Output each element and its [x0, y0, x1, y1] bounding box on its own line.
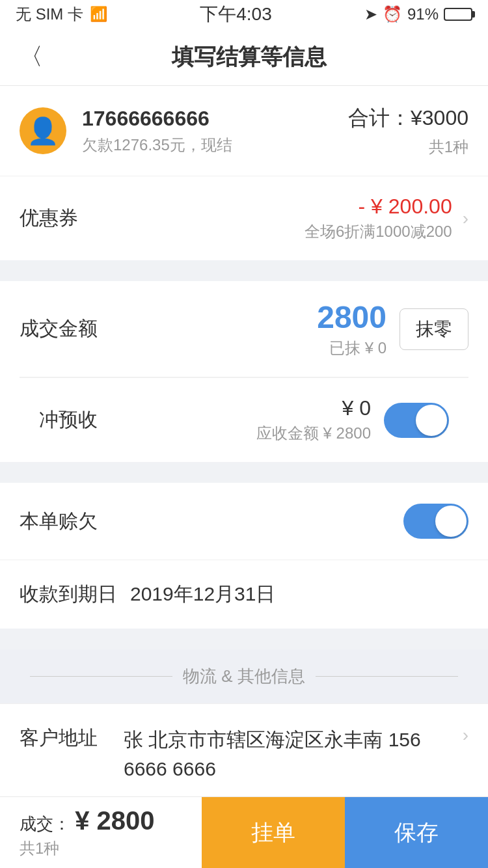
due-date-label: 收款到期日	[20, 581, 117, 608]
address-row[interactable]: 客户地址 张 北京市市辖区海淀区永丰南 156 6666 6666 ›	[0, 703, 488, 804]
status-left: 无 SIM 卡 📶	[16, 4, 107, 25]
deal-amount-value: 2800	[124, 299, 386, 335]
page-title: 填写结算等信息	[56, 42, 442, 72]
content-area: 👤 17666666666 欠款1276.35元，现结 合计：¥3000 共1种…	[0, 86, 488, 868]
battery-percent: 91%	[407, 5, 439, 23]
divider-1	[0, 271, 488, 281]
save-button-label: 保存	[394, 818, 439, 848]
chong-sub: 应收金额 ¥ 2800	[256, 423, 371, 444]
bottom-bar: 成交： ¥ 2800 共1种 挂单 保存	[0, 796, 488, 868]
chong-row: 冲预收 ¥ 0 应收金额 ¥ 2800	[20, 377, 468, 462]
customer-phone: 17666666666	[82, 107, 348, 131]
deal-amount-note: 已抹 ¥ 0	[124, 338, 386, 359]
bottom-count: 共1种	[20, 838, 182, 859]
coupon-amount: - ¥ 200.00	[359, 195, 452, 219]
due-date-row: 收款到期日 2019年12月31日	[0, 560, 488, 629]
coupon-right: - ¥ 200.00 全场6折满1000减200	[78, 195, 452, 242]
chong-amount: ¥ 0	[342, 396, 371, 420]
debt-label: 本单赊欠	[20, 508, 403, 535]
chong-label: 冲预收	[39, 407, 98, 433]
hang-button-label: 挂单	[251, 818, 295, 848]
coupon-desc: 全场6折满1000减200	[305, 221, 452, 242]
toggle-thumb	[416, 405, 447, 436]
debt-row: 本单赊欠	[0, 483, 488, 560]
battery-icon	[444, 8, 472, 21]
logistics-section-header: 物流 & 其他信息	[0, 649, 488, 703]
customer-row: 👤 17666666666 欠款1276.35元，现结 合计：¥3000 共1种	[0, 86, 488, 176]
address-chevron-icon: ›	[463, 725, 468, 746]
bottom-deal-label: 成交：	[20, 814, 70, 834]
customer-info: 17666666666 欠款1276.35元，现结	[82, 107, 348, 156]
deal-amount-row: 成交金额 2800 已抹 ¥ 0 抹零	[20, 281, 468, 377]
due-date-value: 2019年12月31日	[130, 581, 275, 608]
amount-section: 成交金额 2800 已抹 ¥ 0 抹零 冲预收 ¥ 0 应收金额 ¥ 2800	[0, 281, 488, 462]
address-label: 客户地址	[20, 725, 124, 752]
total-value: ¥3000	[411, 106, 468, 129]
logistics-label: 物流 & 其他信息	[183, 665, 305, 688]
customer-card: 👤 17666666666 欠款1276.35元，现结 合计：¥3000 共1种…	[0, 86, 488, 260]
coupon-row[interactable]: 优惠券 - ¥ 200.00 全场6折满1000减200 ›	[0, 176, 488, 260]
deal-amount-value-area: 2800 已抹 ¥ 0	[124, 299, 386, 359]
status-right: ➤ ⏰ 91%	[364, 5, 472, 23]
chong-right: ¥ 0 应收金额 ¥ 2800	[98, 396, 371, 444]
deal-amount-label: 成交金额	[20, 316, 124, 342]
status-bar: 无 SIM 卡 📶 下午4:03 ➤ ⏰ 91%	[0, 0, 488, 29]
customer-debt: 欠款1276.35元，现结	[82, 135, 348, 156]
status-time: 下午4:03	[200, 2, 272, 27]
location-icon: ➤	[364, 5, 377, 23]
avatar: 👤	[20, 107, 66, 154]
avatar-icon: 👤	[27, 116, 59, 146]
round-zero-button[interactable]: 抹零	[400, 308, 468, 350]
hang-button[interactable]: 挂单	[202, 797, 345, 869]
total-label: 合计：	[348, 106, 411, 129]
back-button[interactable]: 〈	[20, 41, 56, 73]
chevron-right-icon: ›	[463, 208, 468, 229]
bottom-deal: 成交： ¥ 2800	[20, 806, 182, 835]
debt-section: 本单赊欠 收款到期日 2019年12月31日	[0, 483, 488, 629]
nav-bar: 〈 填写结算等信息	[0, 29, 488, 86]
address-value: 张 北京市市辖区海淀区永丰南 156 6666 6666	[124, 725, 452, 783]
debt-toggle[interactable]	[403, 504, 468, 539]
save-button[interactable]: 保存	[345, 797, 488, 869]
coupon-label: 优惠券	[20, 205, 78, 232]
divider-3	[0, 639, 488, 649]
clock-icon: ⏰	[383, 5, 402, 23]
total-amount: 合计：¥3000	[348, 104, 468, 133]
address-card: 客户地址 张 北京市市辖区海淀区永丰南 156 6666 6666 ›	[0, 703, 488, 804]
total-count: 共1种	[348, 137, 468, 157]
bottom-deal-amount: ¥ 2800	[75, 806, 154, 835]
wifi-icon: 📶	[90, 6, 107, 23]
customer-total: 合计：¥3000 共1种	[348, 104, 468, 157]
divider-2	[0, 472, 488, 483]
debt-toggle-thumb	[435, 506, 467, 537]
chong-toggle[interactable]	[384, 403, 449, 438]
bottom-summary: 成交： ¥ 2800 共1种	[0, 806, 202, 859]
sim-label: 无 SIM 卡	[16, 4, 83, 25]
